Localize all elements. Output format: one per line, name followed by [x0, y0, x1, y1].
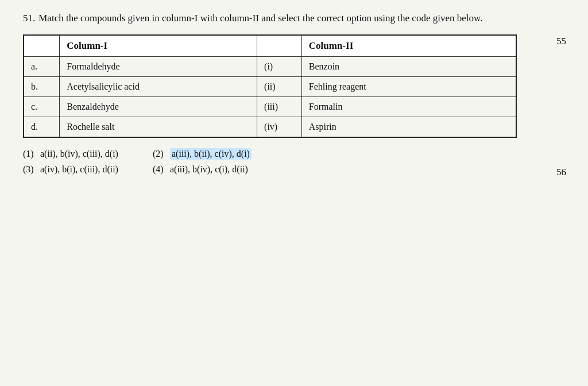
table-row: b. Acetylsalicylic acid (ii) Fehling rea…: [24, 77, 516, 97]
row-col2: Formalin: [301, 97, 516, 117]
row-num: (iv): [257, 117, 302, 138]
column-i-header: Column-I: [60, 35, 257, 57]
row-col1: Formaldehyde: [60, 57, 257, 77]
options-block: (1)a(ii), b(iv), c(iii), d(i)(2)a(iii), …: [23, 148, 563, 175]
option-item[interactable]: (2)a(iii), b(ii), c(iv), d(i): [153, 148, 252, 160]
option-text: a(iii), b(iv), c(i), d(ii): [170, 164, 248, 175]
question-text: 51.Match the compounds given in column-I…: [23, 10, 563, 26]
row-letter: a.: [24, 57, 60, 77]
option-item[interactable]: (4)a(iii), b(iv), c(i), d(ii): [153, 164, 248, 175]
matching-table: Column-I Column-II a. Formaldehyde (i) B…: [23, 34, 517, 138]
option-text: a(iii), b(ii), c(iv), d(i): [170, 148, 252, 160]
option-number: (1): [23, 149, 36, 159]
row-num: (ii): [257, 77, 302, 97]
option-text: a(ii), b(iv), c(iii), d(i): [40, 149, 118, 159]
row-col2: Fehling reagent: [301, 77, 516, 97]
row-col2: Benzoin: [301, 57, 516, 77]
row-num: (iii): [257, 97, 302, 117]
column-ii-header: Column-II: [301, 35, 516, 57]
options-row-2: (3)a(iv), b(i), c(iii), d(ii)(4)a(iii), …: [23, 164, 563, 175]
row-letter: d.: [24, 117, 60, 138]
row-col1: Benzaldehyde: [60, 97, 257, 117]
options-row-1: (1)a(ii), b(iv), c(iii), d(i)(2)a(iii), …: [23, 148, 563, 160]
row-letter: b.: [24, 77, 60, 97]
option-number: (2): [153, 149, 165, 159]
option-number: (3): [23, 164, 36, 175]
row-num: (i): [257, 57, 302, 77]
page-container: 55 56 51.Match the compounds given in co…: [0, 0, 588, 386]
row-letter: c.: [24, 97, 60, 117]
option-item[interactable]: (3)a(iv), b(i), c(iii), d(ii): [23, 164, 118, 175]
row-col1: Acetylsalicylic acid: [60, 77, 257, 97]
header-empty-mid: [257, 35, 302, 57]
question-number: 51.: [23, 13, 35, 24]
question-body: Match the compounds given in column-I wi…: [38, 13, 482, 24]
question-block: 51.Match the compounds given in column-I…: [23, 10, 563, 179]
table-row: c. Benzaldehyde (iii) Formalin: [24, 97, 516, 117]
option-item[interactable]: (1)a(ii), b(iv), c(iii), d(i): [23, 148, 118, 160]
option-text: a(iv), b(i), c(iii), d(ii): [40, 164, 118, 175]
table-row: a. Formaldehyde (i) Benzoin: [24, 57, 516, 77]
option-number: (4): [153, 164, 165, 175]
header-empty-left: [24, 35, 60, 57]
row-col2: Aspirin: [301, 117, 516, 138]
row-col1: Rochelle salt: [60, 117, 257, 138]
table-row: d. Rochelle salt (iv) Aspirin: [24, 117, 516, 138]
